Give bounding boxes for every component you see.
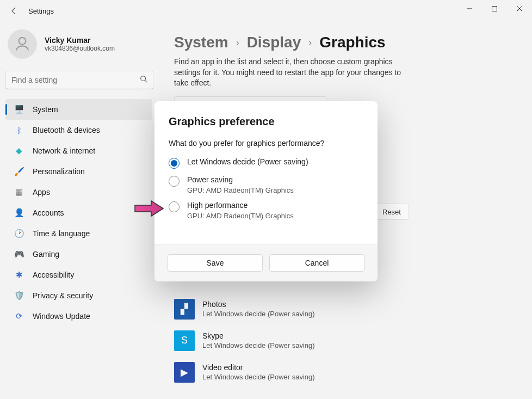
option-sublabel: GPU: AMD Radeon(TM) Graphics <box>187 212 294 220</box>
app-row-video[interactable]: ▶Video editorLet Windows decide (Power s… <box>174 357 510 388</box>
sidebar-item-label: Accessibility <box>33 271 74 279</box>
option-label: High performance <box>187 201 294 210</box>
dialog-title: Graphics preference <box>169 115 363 128</box>
option-label: Power saving <box>187 175 294 184</box>
chevron-right-icon: › <box>236 37 239 48</box>
profile-email: vk304836@outlook.com <box>45 45 115 52</box>
breadcrumb-display[interactable]: Display <box>247 34 301 51</box>
dialog-question: What do you prefer for graphics performa… <box>169 139 363 148</box>
app-icon: S <box>174 330 195 351</box>
sidebar-item-privacy-security[interactable]: 🛡️Privacy & security <box>5 285 152 306</box>
svg-point-2 <box>19 38 26 45</box>
breadcrumb-graphics: Graphics <box>319 34 385 51</box>
svg-rect-1 <box>492 7 497 11</box>
sidebar-item-label: System <box>33 105 58 114</box>
app-preference: Let Windows decide (Power saving) <box>202 373 315 381</box>
maximize-button[interactable] <box>482 0 507 17</box>
breadcrumb: System › Display › Graphics <box>174 34 510 51</box>
nav-icon: 🎮 <box>14 249 24 259</box>
radio-option-2[interactable]: High performanceGPU: AMD Radeon(TM) Grap… <box>169 201 363 220</box>
sidebar-item-label: Bluetooth & devices <box>33 126 100 134</box>
option-sublabel: GPU: AMD Radeon(TM) Graphics <box>187 186 294 194</box>
app-row-photos[interactable]: ▞PhotosLet Windows decide (Power saving) <box>174 293 510 325</box>
option-label: Let Windows decide (Power saving) <box>187 157 308 166</box>
app-name: Skype <box>202 332 315 340</box>
save-button[interactable]: Save <box>168 254 263 272</box>
back-button[interactable] <box>7 3 22 19</box>
radio-icon <box>169 201 180 212</box>
nav-icon: 🖥️ <box>14 105 24 114</box>
sidebar-item-network-internet[interactable]: ◆Network & internet <box>5 140 152 161</box>
sidebar-item-apps[interactable]: ▦Apps <box>5 182 152 202</box>
page-description: Find an app in the list and select it, t… <box>174 57 413 89</box>
minimize-button[interactable] <box>457 0 482 17</box>
nav-icon: ᛒ <box>14 126 24 135</box>
search-icon <box>140 75 147 85</box>
sidebar-item-label: Apps <box>33 188 50 197</box>
breadcrumb-system[interactable]: System <box>174 34 228 51</box>
sidebar-item-bluetooth-devices[interactable]: ᛒBluetooth & devices <box>5 120 152 140</box>
avatar <box>8 29 37 59</box>
app-icon: ▶ <box>174 362 195 383</box>
sidebar-item-label: Personalization <box>33 167 85 176</box>
nav-icon: 🕑 <box>14 229 24 238</box>
sidebar-item-accessibility[interactable]: ✱Accessibility <box>5 265 152 285</box>
nav-icon: ⟳ <box>14 311 24 321</box>
settings-search[interactable] <box>5 71 153 89</box>
settings-search-input[interactable] <box>11 76 140 84</box>
reset-button[interactable]: Reset <box>374 204 409 220</box>
svg-point-3 <box>141 76 146 81</box>
sidebar-item-label: Time & language <box>33 229 90 238</box>
sidebar-item-gaming[interactable]: 🎮Gaming <box>5 244 152 265</box>
radio-icon <box>169 176 180 187</box>
sidebar-item-windows-update[interactable]: ⟳Windows Update <box>5 306 152 327</box>
profile-name: Vicky Kumar <box>45 36 115 45</box>
sidebar-item-accounts[interactable]: 👤Accounts <box>5 202 152 223</box>
nav-icon: ◆ <box>14 146 24 156</box>
sidebar-item-system[interactable]: 🖥️System <box>5 99 152 120</box>
svg-line-4 <box>145 81 147 83</box>
radio-option-0[interactable]: Let Windows decide (Power saving) <box>169 157 363 169</box>
sidebar-item-personalization[interactable]: 🖌️Personalization <box>5 161 152 182</box>
sidebar-item-label: Network & internet <box>33 146 95 155</box>
sidebar-item-label: Accounts <box>33 208 64 217</box>
nav-icon: ✱ <box>14 270 24 280</box>
nav-icon: 🖌️ <box>14 167 24 176</box>
sidebar-item-time-language[interactable]: 🕑Time & language <box>5 223 152 244</box>
chevron-right-icon: › <box>308 37 312 48</box>
sidebar-item-label: Windows Update <box>33 312 90 321</box>
sidebar-item-label: Privacy & security <box>33 291 93 300</box>
nav-icon: ▦ <box>14 187 24 197</box>
profile-block[interactable]: Vicky Kumar vk304836@outlook.com <box>5 26 158 69</box>
graphics-preference-dialog: Graphics preference What do you prefer f… <box>154 101 378 281</box>
radio-icon <box>169 158 180 169</box>
app-name: Video editor <box>202 363 315 372</box>
app-icon: ▞ <box>174 299 195 320</box>
app-preference: Let Windows decide (Power saving) <box>202 341 315 349</box>
app-name: Photos <box>202 300 315 309</box>
app-preference: Let Windows decide (Power saving) <box>202 310 315 318</box>
nav-icon: 🛡️ <box>14 291 24 300</box>
close-button[interactable] <box>507 0 532 17</box>
cancel-button[interactable]: Cancel <box>269 254 364 272</box>
sidebar-item-label: Gaming <box>33 250 59 259</box>
nav-icon: 👤 <box>14 208 24 218</box>
radio-option-1[interactable]: Power savingGPU: AMD Radeon(TM) Graphics <box>169 175 363 194</box>
app-row-skype[interactable]: SSkypeLet Windows decide (Power saving) <box>174 325 510 357</box>
window-title: Settings <box>28 7 54 15</box>
